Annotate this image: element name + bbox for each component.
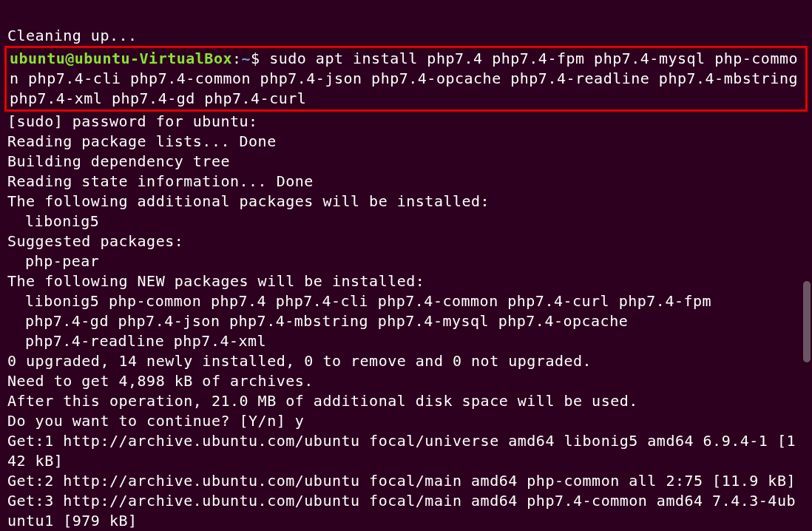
- output-line: php7.4-readline php7.4-xml: [7, 331, 805, 351]
- output-line: The following NEW packages will be insta…: [7, 271, 805, 291]
- scrollbar-track[interactable]: [803, 0, 811, 531]
- prompt-symbol: $: [251, 50, 260, 67]
- output-line: Building dependency tree: [7, 152, 805, 172]
- highlighted-command-box: ubuntu@ubuntu-VirtualBox:~$ sudo apt ins…: [4, 46, 808, 112]
- prompt-user-host: ubuntu@ubuntu-VirtualBox: [10, 50, 232, 67]
- output-line: The following additional packages will b…: [7, 192, 805, 212]
- output-line: Cleaning up...: [7, 26, 805, 46]
- output-line: After this operation, 21.0 MB of additio…: [7, 391, 805, 411]
- output-line: libonig5 php-common php7.4 php7.4-cli ph…: [7, 291, 805, 311]
- output-line: Get:2 http://archive.ubuntu.com/ubuntu f…: [7, 471, 805, 491]
- output-line: php-pear: [7, 251, 805, 271]
- terminal-output[interactable]: Cleaning up...ubuntu@ubuntu-VirtualBox:~…: [7, 6, 805, 531]
- output-line: Need to get 4,898 kB of archives.: [7, 371, 805, 391]
- output-line: libonig5: [7, 212, 805, 231]
- output-line: [sudo] password for ubuntu:: [7, 112, 805, 132]
- prompt-path: ~: [242, 50, 251, 67]
- output-line: Get:1 http://archive.ubuntu.com/ubuntu f…: [7, 431, 805, 471]
- output-line: php7.4-gd php7.4-json php7.4-mbstring ph…: [7, 311, 805, 331]
- output-line: Suggested packages:: [7, 231, 805, 251]
- prompt-separator: :: [232, 50, 242, 67]
- output-line: Do you want to continue? [Y/n] y: [7, 411, 805, 431]
- output-line: 0 upgraded, 14 newly installed, 0 to rem…: [7, 351, 805, 371]
- output-line: Reading package lists... Done: [7, 132, 805, 152]
- scrollbar-thumb[interactable]: [803, 281, 811, 362]
- output-line: Reading state information... Done: [7, 172, 805, 192]
- output-line: Get:3 http://archive.ubuntu.com/ubuntu f…: [7, 491, 805, 531]
